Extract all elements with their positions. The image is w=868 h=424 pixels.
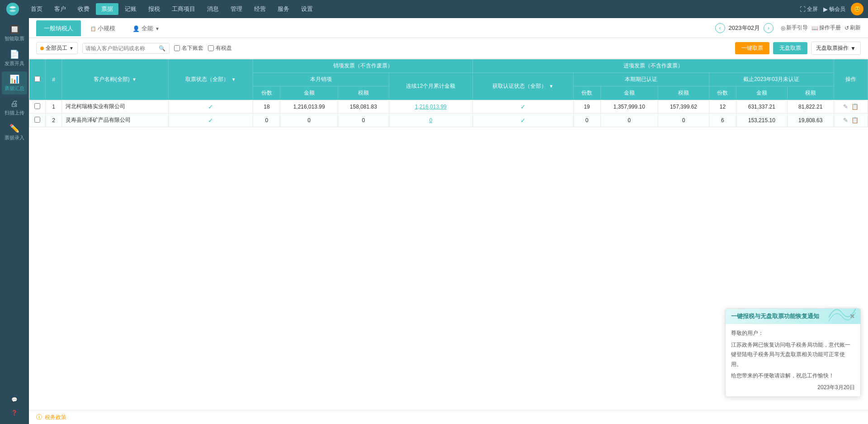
svg-point-0 xyxy=(6,3,19,15)
row1-edit-btn[interactable]: ✎ xyxy=(843,103,848,110)
account-checkbox[interactable] xyxy=(174,45,180,51)
sidebar: 🔲 智能取票 📄 发票开具 📊 票据汇总 🖨 扫描上传 ✏️ 票据录入 💬 ❓ xyxy=(0,18,29,424)
nav-fee[interactable]: 收费 xyxy=(72,3,95,15)
row1-unconf-tax: 81,822.21 xyxy=(787,100,834,114)
play-icon: ▶ xyxy=(823,6,828,13)
tab-small-scale[interactable]: 📋 小规模 xyxy=(83,20,123,36)
sidebar-item-scan-upload[interactable]: 🖨 扫描上传 xyxy=(2,96,27,119)
tab-all[interactable]: 👤 全能 ▼ xyxy=(125,20,167,36)
main-table: # 客户名称(全部) ▼ 取票状态（全部） ▼ 销项发票（不含作废票） xyxy=(29,59,868,127)
th-action: 操作 xyxy=(834,59,868,100)
nav-bookkeeping[interactable]: 记账 xyxy=(119,3,142,15)
employee-select[interactable]: 全部员工 ▼ xyxy=(36,42,78,54)
nav-settings[interactable]: 设置 xyxy=(296,3,318,15)
row2-purch-amount: 0 xyxy=(600,114,658,127)
no-disk-more-btn[interactable]: 无盘取票操作 ▼ xyxy=(811,42,861,55)
row1-checkbox[interactable] xyxy=(29,100,46,114)
row2-sales-amount: 0 xyxy=(280,114,338,127)
row2-detail-btn[interactable]: 📋 xyxy=(851,117,859,124)
row1-sales-amount: 1,216,013.99 xyxy=(280,100,338,114)
notification-date: 2023年3月20日 xyxy=(731,383,855,393)
fullscreen-btn[interactable]: ⛶ 全屏 xyxy=(800,5,818,13)
app-logo xyxy=(5,1,21,17)
nav-home[interactable]: 首页 xyxy=(25,3,48,15)
manual-btn[interactable]: 📖 操作手册 xyxy=(811,24,841,32)
top-nav-right: ⛶ 全屏 ▶ 畅会员 😊 xyxy=(800,3,863,15)
prev-month-btn[interactable]: ‹ xyxy=(715,23,725,33)
notification-content: 江苏政务网已恢复访问电子税务局功能，意代账一键登陆电子税务局与无盘取票相关功能可… xyxy=(731,340,855,370)
sidebar-item-invoice-entry[interactable]: ✏️ 票据录入 xyxy=(2,121,27,144)
smart-get-icon: 🔲 xyxy=(9,24,19,34)
row1-no: 1 xyxy=(46,100,62,114)
row1-confirm-status: ✓ xyxy=(472,100,573,114)
manual-icon: 📖 xyxy=(811,25,818,31)
row1-unconf-copies: 12 xyxy=(709,100,736,114)
nav-invoice[interactable]: 票据 xyxy=(96,3,118,15)
notification-popup: 一键报税与无盘取票功能恢复通知 ✕ 尊敬的用户： 江苏政务网已恢复访问电子税务局… xyxy=(725,308,861,397)
row2-sales-tax: 0 xyxy=(338,114,389,127)
filter-bar: 全部员工 ▼ 🔍 名下账套 有税盘 一键取票 无盘取票 无盘取票操作 ▼ xyxy=(29,38,868,59)
row2-no: 2 xyxy=(46,114,62,127)
table-row: 2 灵寿县尚泽矿产品有限公司 ✓ 0 0 0 0 ✓ 0 0 0 6 153,2… xyxy=(29,114,868,127)
row2-checkbox[interactable] xyxy=(29,114,46,127)
sidebar-item-invoice-summary[interactable]: 📊 票据汇总 xyxy=(2,71,27,95)
nav-message[interactable]: 消息 xyxy=(202,3,224,15)
taxdisk-checkbox-label[interactable]: 有税盘 xyxy=(208,44,232,52)
account-checkbox-label[interactable]: 名下账套 xyxy=(174,44,203,52)
more-chevron-icon: ▼ xyxy=(850,45,856,52)
th-purchase-group: 进项发票（不含作废票） xyxy=(472,59,834,73)
top-nav: 首页 客户 收费 票据 记账 报税 工商项目 消息 管理 经营 服务 设置 ⛶ … xyxy=(0,0,868,18)
th-unconf-copies: 份数 xyxy=(709,86,736,100)
row2-unconf-amount: 153,215.10 xyxy=(736,114,787,127)
row1-12m: 1,216,013.99 xyxy=(389,100,472,114)
employee-chevron-icon: ▼ xyxy=(69,46,74,51)
new-guide-btn[interactable]: ◎ 新手引导 xyxy=(781,24,808,32)
member-btn[interactable]: ▶ 畅会员 xyxy=(823,5,845,13)
sidebar-item-invoice-create[interactable]: 📄 发票开具 xyxy=(2,47,27,70)
footer-bar: ⓘ 税务政策 xyxy=(29,410,868,424)
sidebar-item-smart-get[interactable]: 🔲 智能取票 xyxy=(2,22,27,45)
nav-business[interactable]: 工商项目 xyxy=(166,3,201,15)
row1-purch-amount: 1,357,999.10 xyxy=(600,100,658,114)
one-click-get-btn[interactable]: 一键取票 xyxy=(735,42,769,54)
nav-tax[interactable]: 报税 xyxy=(143,3,165,15)
employee-dot xyxy=(40,47,44,50)
th-sales-amount: 金额 xyxy=(280,86,338,100)
select-all-checkbox[interactable] xyxy=(34,76,40,82)
th-unconf-amount: 金额 xyxy=(736,86,787,100)
search-button[interactable]: 🔍 xyxy=(158,44,166,52)
filter-icon[interactable]: ▼ xyxy=(132,77,137,82)
row2-edit-btn[interactable]: ✎ xyxy=(843,117,848,124)
status-filter-icon[interactable]: ▼ xyxy=(231,77,236,82)
taxdisk-checkbox[interactable] xyxy=(208,45,214,51)
nav-service[interactable]: 服务 xyxy=(272,3,295,15)
tax-policy-link[interactable]: 税务政策 xyxy=(45,414,66,421)
th-purch-tax: 税额 xyxy=(658,86,709,100)
th-period-confirmed: 本期期已认证 xyxy=(573,73,709,86)
row1-sales-copies: 18 xyxy=(253,100,280,114)
nav-business2[interactable]: 经营 xyxy=(249,3,271,15)
th-sales-group: 销项发票（不含作废票） xyxy=(253,59,472,73)
tabs-actions: ◎ 新手引导 📖 操作手册 ↺ 刷新 xyxy=(781,24,861,32)
scan-upload-icon: 🖨 xyxy=(10,99,19,109)
nav-items: 首页 客户 收费 票据 记账 报税 工商项目 消息 管理 经营 服务 设置 xyxy=(25,3,800,15)
th-sales-copies: 份数 xyxy=(253,86,280,100)
nav-customer[interactable]: 客户 xyxy=(49,3,71,15)
sidebar-help[interactable]: ❓ xyxy=(2,407,27,419)
confirm-filter-icon[interactable]: ▼ xyxy=(549,84,553,89)
th-unconf-tax: 税额 xyxy=(787,86,834,100)
th-checkbox xyxy=(29,59,46,100)
no-disk-get-btn[interactable]: 无盘取票 xyxy=(773,42,807,54)
row1-detail-btn[interactable]: 📋 xyxy=(851,103,859,110)
nav-manage[interactable]: 管理 xyxy=(225,3,248,15)
table-body: 1 河北柯瑞格实业有限公司 ✓ 18 1,216,013.99 158,081.… xyxy=(29,100,868,127)
user-avatar[interactable]: 😊 xyxy=(851,3,863,15)
search-input[interactable] xyxy=(85,45,158,52)
sidebar-feedback[interactable]: 💬 xyxy=(2,394,27,405)
refresh-btn[interactable]: ↺ 刷新 xyxy=(844,24,861,32)
row2-confirm-status: ✓ xyxy=(472,114,573,127)
next-month-btn[interactable]: › xyxy=(764,23,774,33)
tab-general-taxpayer[interactable]: 一般纳税人 xyxy=(36,20,81,36)
row1-customer: 河北柯瑞格实业有限公司 xyxy=(62,100,169,114)
current-month: 2023年02月 xyxy=(729,24,760,32)
